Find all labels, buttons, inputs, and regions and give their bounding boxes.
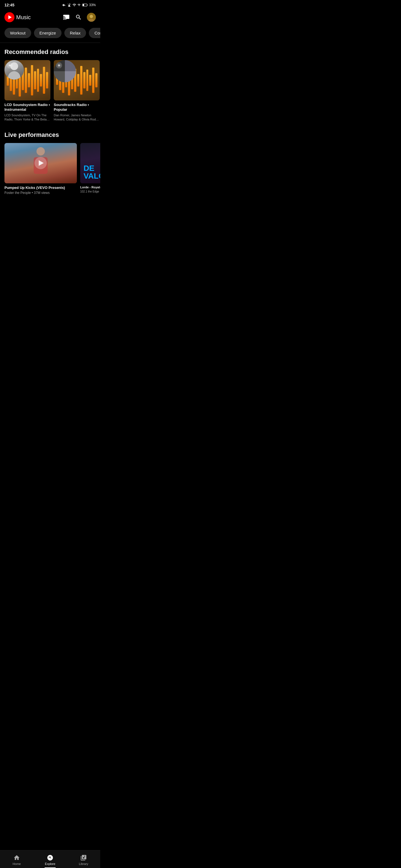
wf-bar (37, 69, 39, 92)
perf-thumb-lorde: DEVALO (80, 143, 100, 183)
radio-card-soundtracks[interactable]: Soundtracks Radio • Popular Dan Romer, J… (54, 60, 100, 122)
radio-title-soundtracks: Soundtracks Radio • Popular (54, 103, 100, 112)
app-header: Music (0, 10, 100, 26)
radio-card-lcd[interactable]: LCD Soundsystem Radio • Instrumental LCD… (4, 60, 50, 122)
wf-bar (86, 69, 89, 91)
mute-icon (67, 3, 71, 7)
wf-bar (92, 68, 94, 93)
svg-rect-2 (87, 4, 88, 5)
search-button[interactable] (75, 13, 82, 21)
perf-subtitle-pumped: Foster the People • 37M views (4, 191, 77, 195)
perf-title-lorde: Lorde - Royals (80, 186, 100, 189)
cast-button[interactable] (62, 13, 70, 21)
key-icon (62, 3, 66, 7)
perf-thumb-pumped (4, 143, 77, 183)
filter-bar: Workout Energize Relax Commute Fo… (0, 26, 100, 42)
wf-bar (77, 74, 79, 87)
radio-subtitle-lcd: LCD Soundsystem, TV On The Radio, Thom Y… (4, 113, 50, 122)
wf-bar (31, 65, 33, 96)
radio-play-btn-soundtracks[interactable] (56, 62, 62, 68)
de-valo-text: DEVALO (84, 164, 100, 180)
wf-bar (43, 67, 45, 94)
wf-bar (25, 68, 27, 93)
play-button-pumped[interactable] (34, 157, 47, 169)
radio-subtitle-soundtracks: Dan Romer, James Newton Howard, Coldplay… (54, 113, 100, 122)
battery-icon (82, 3, 88, 7)
signal-icon (78, 3, 81, 7)
radio-thumb-lcd (4, 60, 50, 100)
bottom-padding (0, 197, 100, 220)
wf-bar (40, 74, 42, 87)
filter-pill-commute[interactable]: Commute (89, 28, 100, 38)
radio-thumb-soundtracks (54, 60, 100, 100)
wifi-icon (73, 3, 76, 7)
avatar[interactable] (87, 13, 96, 22)
radio-title-lcd: LCD Soundsystem Radio • Instrumental (4, 103, 50, 112)
live-performances-section: Live performances Pumped Up Kicks (VEVO … (0, 125, 100, 197)
wf-bar (83, 72, 85, 88)
perf-subtitle-lorde: 102.1 the Edge (80, 190, 100, 193)
wf-bar (34, 71, 36, 89)
search-icon (75, 14, 82, 21)
battery-percent: 33% (89, 3, 96, 7)
filter-pill-workout[interactable]: Workout (4, 28, 31, 38)
wf-bar (28, 73, 30, 88)
svg-rect-1 (83, 4, 84, 6)
perf-title-pumped: Pumped Up Kicks (VEVO Presents) (4, 186, 77, 190)
wf-bar (95, 73, 97, 88)
status-time: 12:45 (4, 3, 15, 7)
app-name: Music (16, 14, 31, 21)
logo-area: Music (4, 12, 31, 22)
perf-card-pumped[interactable]: Pumped Up Kicks (VEVO Presents) Foster t… (4, 143, 77, 195)
radio-cards-list: LCD Soundsystem Radio • Instrumental LCD… (0, 60, 100, 122)
header-actions (62, 13, 96, 22)
wf-bar (89, 75, 91, 86)
perf-card-lorde[interactable]: DEVALO Lorde - Royals 102.1 the Edge (80, 143, 100, 195)
yt-music-logo (4, 12, 15, 22)
play-triangle-icon (39, 160, 44, 166)
live-performances-title: Live performances (0, 131, 100, 143)
radio-play-btn-lcd[interactable] (7, 62, 13, 68)
svg-point-6 (90, 15, 93, 18)
person-body (8, 71, 20, 80)
wf-bar (46, 72, 48, 88)
avatar-icon (87, 13, 96, 22)
wf-bar (80, 66, 82, 95)
filter-pill-relax[interactable]: Relax (64, 28, 86, 38)
status-bar: 12:45 33% (0, 0, 100, 10)
status-icons: 33% (62, 3, 96, 7)
recommended-radios-title: Recommended radios (0, 49, 100, 60)
cast-icon (63, 14, 69, 21)
recommended-radios-section: Recommended radios (0, 43, 100, 125)
filter-pill-energize[interactable]: Energize (34, 28, 61, 38)
performance-cards-list: Pumped Up Kicks (VEVO Presents) Foster t… (0, 143, 100, 195)
